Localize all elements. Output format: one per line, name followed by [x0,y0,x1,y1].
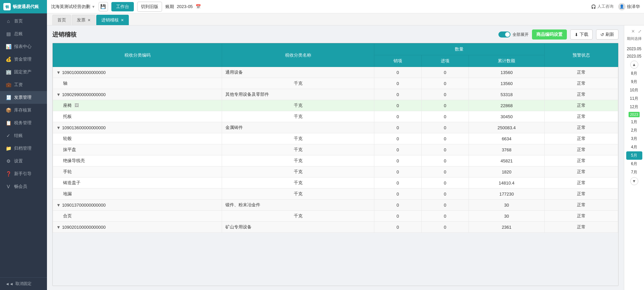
period-item-oct[interactable]: 10月 [626,86,642,94]
product-code-settings-button[interactable]: 商品编码设置 [532,29,567,40]
period-item-mar[interactable]: 3月 [626,135,642,143]
headset-icon: 🎧 [591,4,596,9]
period-item-feb[interactable]: 2月 [626,126,642,135]
item-code: 轮毂 [63,136,72,141]
workspace-label: 工作台 [116,4,129,9]
sidebar-unpin[interactable]: ◄◄ 取消固定 [0,277,47,290]
topbar-right: 🎧 人工咨询 👤 徐泽华 [591,3,640,10]
sidebar-item-guide[interactable]: ❓ 新手引导 [0,167,47,180]
expand-icon[interactable]: ▼ [56,92,61,97]
download-button[interactable]: ⬇ 下载 [570,29,593,40]
period-item-jun[interactable]: 6月 [626,160,642,168]
logo-text: 畅捷通易代账 [13,4,39,10]
table-row: 绝缘导线壳千克0045821正常 [53,155,618,166]
item-code: 托板 [63,114,72,119]
sidebar-item-home[interactable]: ⌂ 首页 [0,15,47,27]
sidebar-item-assets[interactable]: 🏢 固定资产 [0,66,47,78]
sidebar-item-tax[interactable]: 📋 税务管理 [0,117,47,129]
tab-home[interactable]: 首页 [52,15,71,25]
period-item-2023-05-b[interactable]: 2023.05 [626,53,642,60]
table-row: 抹平盘千克003768正常 [53,144,618,155]
tab-reconcile[interactable]: 进销稽核 ✕ [96,15,129,25]
period-item-jul[interactable]: 7月 [626,168,642,176]
item-code: 手轮 [63,169,72,174]
col-warning-header: 预警状态 [544,44,618,67]
user-name: 徐泽华 [627,4,640,10]
user-info[interactable]: 👤 徐泽华 [618,3,640,10]
col-tax-code-header: 税收分类编码 [53,44,222,67]
pin-icon: ◄◄ [5,282,13,286]
period-item-sep[interactable]: 9月 [626,78,642,86]
panel-close-icon[interactable]: ✕ [630,28,636,34]
main-area: 沈海英测试经营勿删 ▼ 💾 工作台 切到旧版 账期 2023-05 📅 🎧 人工… [47,0,644,290]
download-label: 下载 [580,31,588,38]
image-icon[interactable]: 🖼 [74,103,79,108]
table-row: 手轮千克001820正常 [53,166,618,177]
period-item-dec[interactable]: 12月 [626,103,642,111]
sidebar-item-label: 畅会员 [14,184,27,190]
item-code: 地漏 [63,191,72,196]
save-button[interactable]: 💾 [99,2,108,11]
company-selector[interactable]: 沈海英测试经营勿删 ▼ [51,4,95,10]
table-row: 地漏千克00177230正常 [53,189,618,200]
sidebar-item-label: 总账 [14,31,23,37]
sidebar-item-invoice[interactable]: 🧾 发票管理 [0,91,47,104]
sidebar-item-ledger[interactable]: ▤ 总账 [0,27,47,40]
col-tax-name-header: 税收分类名称 [222,44,374,67]
tab-invoice-close[interactable]: ✕ [88,18,91,22]
product-code-label: 商品编码设置 [536,31,562,38]
item-code: 绝缘导线壳 [63,158,85,163]
period-item-2023-05-a[interactable]: 2023.05 [626,45,642,53]
col-sales-header: 销项 [374,55,421,67]
sidebar-item-settlement[interactable]: ✓ 结账 [0,129,47,142]
sidebar-item-member[interactable]: V 畅会员 [0,180,47,193]
table-row: 合页千克0030正常 [53,211,618,222]
workspace-button[interactable]: 工作台 [111,2,134,11]
group-code: 109020100000000000 [62,225,106,230]
old-version-button[interactable]: 切到旧版 [137,2,162,12]
refresh-button[interactable]: ↺ 刷新 [596,29,619,40]
panel-scroll-down[interactable]: ▼ [630,177,638,185]
expand-icon[interactable]: ▼ [56,225,61,230]
sidebar-item-label: 工资 [14,82,23,88]
sidebar-item-funds[interactable]: 💰 资金管理 [0,53,47,66]
data-table: 税收分类编码 税收分类名称 数量 预警状态 [53,43,618,233]
expand-icon[interactable]: ▼ [56,203,61,208]
sidebar-item-label: 资金管理 [14,56,32,62]
panel-scroll-up[interactable]: ▲ [630,61,638,69]
support-button[interactable]: 🎧 人工咨询 [591,4,613,9]
sidebar-item-label: 固定资产 [14,69,32,75]
sidebar-item-salary[interactable]: 💼 工资 [0,78,47,91]
sidebar-item-reports[interactable]: 📊 报表中心 [0,40,47,53]
expand-icon[interactable]: ▼ [56,125,61,130]
period-display: 账期 2023-05 📅 [165,4,201,10]
page-title: 进销稽核 [52,30,76,39]
tab-invoice[interactable]: 发票 ✕ [72,15,96,25]
sidebar-item-settings[interactable]: ⚙ 设置 [0,155,47,167]
period-item-nov[interactable]: 11月 [626,94,642,103]
company-name: 沈海英测试经营勿删 [51,4,90,10]
sidebar-item-label: 归档管理 [14,145,32,151]
archive-icon: 📁 [5,146,11,151]
calendar-icon[interactable]: 📅 [196,4,201,9]
period-item-may[interactable]: 5月 [626,151,642,160]
download-icon: ⬇ [575,32,578,37]
expand-toggle-label: 全部展开 [513,32,529,38]
sidebar-item-archive[interactable]: 📁 归档管理 [0,142,47,155]
period-item-aug[interactable]: 8月 [626,69,642,78]
expand-icon[interactable]: ▼ [56,70,61,75]
tab-reconcile-close[interactable]: ✕ [121,18,124,22]
expand-toggle[interactable] [498,31,511,38]
panel-expand-icon[interactable]: ⤢ [637,28,643,34]
expand-toggle-wrap: 全部展开 [498,31,529,38]
content-area: 进销稽核 全部展开 商品编码设置 ⬇ 下载 ↺ 刷新 [47,25,624,290]
year-badge-2023[interactable]: 2023 [629,112,639,117]
period-item-jan[interactable]: 1月 [626,118,642,126]
save-icon: 💾 [100,4,106,9]
right-panel-header: ✕ ⤢ [624,27,644,34]
sidebar-item-inventory[interactable]: 📦 库存核算 [0,104,47,117]
sidebar-logo: 畅 畅捷通易代账 [0,0,47,13]
settings-icon: ⚙ [5,158,11,164]
table-row: 轴千克0013560正常 [53,78,618,89]
period-item-apr[interactable]: 4月 [626,143,642,151]
